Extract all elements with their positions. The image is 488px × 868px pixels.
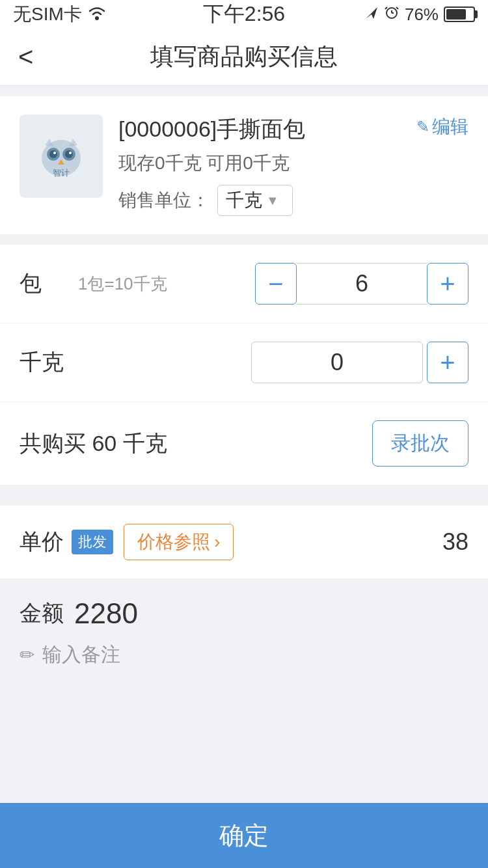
price-label: 单价 (20, 527, 64, 557)
package-plus-button[interactable]: + (427, 263, 468, 305)
page-title: 填写商品购买信息 (150, 41, 338, 73)
total-label: 共购买 60 千克 (20, 429, 167, 459)
status-bar-right: 76% (364, 5, 475, 25)
svg-point-10 (49, 150, 57, 158)
package-label: 包 (20, 269, 72, 299)
location-icon (364, 5, 379, 25)
unit-label: 销售单位： (118, 188, 210, 213)
product-image: 智计 (20, 115, 103, 198)
amount-label: 金额 (20, 599, 64, 629)
price-ref-button[interactable]: 价格参照 › (124, 524, 234, 560)
kg-plus-button[interactable]: + (427, 342, 468, 383)
note-placeholder: 输入备注 (42, 642, 120, 668)
confirm-button[interactable]: 确定 (0, 803, 488, 868)
back-button[interactable]: < (18, 42, 33, 72)
package-input[interactable] (297, 263, 427, 305)
kg-row: 千克 + (0, 323, 488, 402)
amount-section: 金额 2280 ✏ 输入备注 (0, 579, 488, 681)
svg-point-13 (69, 152, 72, 154)
edit-button[interactable]: ✎ 编辑 (416, 115, 468, 139)
svg-line-6 (396, 7, 398, 9)
batch-button[interactable]: 录批次 (372, 420, 468, 467)
price-value: 38 (442, 528, 468, 556)
nav-bar: < 填写商品购买信息 (0, 29, 488, 86)
wifi-icon (87, 4, 107, 25)
kg-number-control: + (251, 342, 468, 383)
svg-text:智计: 智计 (53, 168, 70, 178)
unit-value: 千克 (226, 188, 262, 213)
package-number-control: − + (255, 263, 468, 305)
form-section: 包 1包=10千克 − + 千克 + 共购买 60 千克 录批次 (0, 245, 488, 485)
note-row[interactable]: ✏ 输入备注 (20, 642, 468, 668)
package-row: 包 1包=10千克 − + (0, 245, 488, 323)
kg-label: 千克 (20, 347, 72, 377)
amount-value: 2280 (74, 597, 138, 630)
price-divider (0, 485, 488, 495)
svg-point-11 (65, 150, 73, 158)
edit-icon: ✎ (416, 118, 429, 136)
price-row: 单价 批发 价格参照 › 38 (0, 506, 488, 579)
svg-point-0 (95, 16, 99, 20)
kg-input[interactable] (251, 342, 423, 383)
price-tag: 批发 (72, 530, 113, 554)
total-row: 共购买 60 千克 录批次 (0, 402, 488, 485)
svg-point-12 (53, 152, 56, 154)
product-thumbnail-icon: 智计 (35, 133, 87, 179)
product-name: [0000006]手撕面包 (118, 115, 416, 144)
chevron-down-icon: ▼ (266, 193, 279, 208)
package-sub: 1包=10千克 (78, 273, 167, 295)
chevron-right-icon: › (214, 532, 220, 552)
alarm-icon (384, 5, 400, 25)
top-divider (0, 86, 488, 96)
product-info: [0000006]手撕面包 ✎ 编辑 现存0千克 可用0千克 销售单位： 千克 … (118, 115, 468, 216)
unit-row: 销售单位： 千克 ▼ (118, 185, 468, 216)
status-bar: 无SIM卡 下午2:56 76% (0, 0, 488, 29)
pencil-icon: ✏ (20, 644, 34, 666)
price-ref-label: 价格参照 (137, 530, 210, 554)
svg-line-5 (385, 7, 387, 9)
mid-divider (0, 234, 488, 245)
carrier-label: 无SIM卡 (13, 2, 82, 27)
unit-select[interactable]: 千克 ▼ (217, 185, 293, 216)
battery-icon (444, 7, 475, 22)
svg-marker-1 (366, 7, 377, 19)
package-minus-button[interactable]: − (255, 263, 297, 305)
battery-percent: 76% (405, 5, 439, 25)
product-card: 智计 [0000006]手撕面包 ✎ 编辑 现存0千克 可用0千克 销售单位： … (0, 96, 488, 234)
stock-info: 现存0千克 可用0千克 (118, 151, 468, 176)
price-section: 单价 批发 价格参照 › 38 (0, 506, 488, 579)
status-bar-left: 无SIM卡 (13, 2, 107, 27)
amount-row: 金额 2280 (20, 597, 468, 630)
status-bar-time: 下午2:56 (203, 0, 285, 29)
